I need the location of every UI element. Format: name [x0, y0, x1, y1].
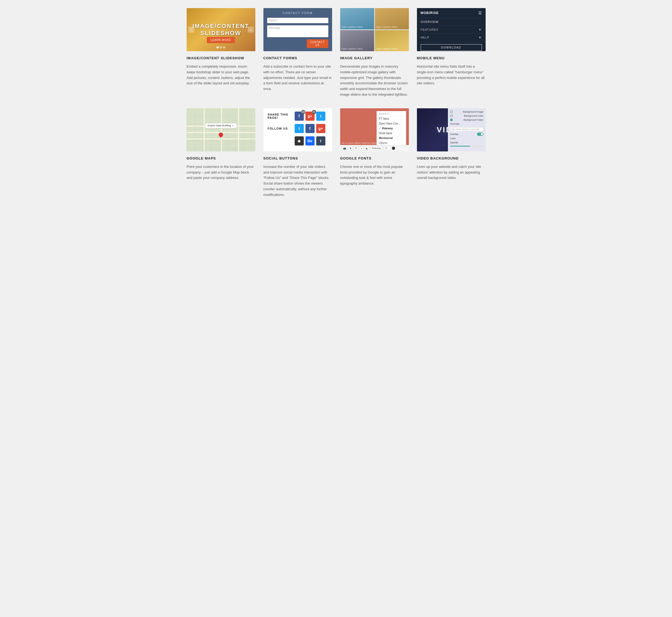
follow-tumblr-btn[interactable]: t — [316, 136, 325, 146]
fonts-toolbar-icon5[interactable]: ◣ — [365, 146, 369, 150]
gallery-cell-3[interactable]: Type caption here — [340, 30, 374, 51]
vp-color-row: Color — [450, 137, 483, 140]
fonts-toolbar-icon4[interactable]: ≡ — [360, 146, 364, 150]
tumblr-icon: t — [320, 139, 321, 143]
map-pin[interactable] — [219, 133, 223, 138]
feature-desc-contact: Add a subscribe or contact form to your … — [263, 64, 332, 92]
share-row: SHARE THIS PAGE! f 192 g+ 47 t — [268, 112, 328, 121]
feature-title-maps: GOOGLE MAPS — [187, 156, 255, 160]
map-background — [187, 108, 255, 152]
fonts-preview: Source S... PT Sans Open Sans Con... Ral… — [340, 108, 409, 152]
vp-overlay-label: Overlay — [450, 133, 458, 136]
fonts-item-raleway[interactable]: Raleway — [377, 126, 406, 131]
vp-label-bg-video: Background Video — [464, 119, 483, 121]
contact-message-input[interactable]: Message — [267, 25, 328, 37]
fonts-preview-text: ite in a few clicks! Mobirise helps you … — [342, 142, 409, 145]
follow-icons-row2: ◆ Be t — [295, 136, 325, 146]
fonts-selected-display[interactable]: Raleway — [370, 146, 383, 150]
share-facebook-btn[interactable]: f 192 — [295, 112, 304, 121]
fonts-toolbar-icon1[interactable]: 📷 — [342, 146, 348, 150]
contact-name-input[interactable]: Name* — [267, 18, 328, 23]
feature-title-video: VIDEO BACKGROUND — [417, 156, 486, 160]
fonts-item-pt[interactable]: PT Sans — [377, 117, 406, 121]
fonts-toolbar-icon2[interactable]: ■ — [349, 146, 353, 150]
follow-gplus-icon: g+ — [318, 126, 323, 131]
slider-preview: IMAGE/CONTENT SLIDESHOW LEARN MORE ‹ › — [187, 8, 255, 51]
vp-url-input[interactable]: http://www.youtube.com/watd — [450, 127, 483, 131]
gallery-cell-2[interactable]: Type caption here — [375, 8, 409, 29]
fonts-item-montserrat[interactable]: Montserrat — [377, 136, 406, 141]
mm-download-btn[interactable]: DOWNLOAD — [421, 44, 482, 51]
feature-desc-gallery: Demonstrate your images in masonry mobil… — [340, 64, 409, 97]
feature-desc-social: Increase the number of your site visitor… — [263, 164, 332, 198]
map-road-v2 — [221, 108, 222, 152]
fb-count-badge: 192 — [301, 110, 305, 114]
feature-title-gallery: IMAGE GALLERY — [340, 56, 409, 60]
follow-twitter-btn[interactable]: t — [295, 124, 304, 133]
map-tooltip: Empire State Building ✕ — [205, 123, 237, 128]
feature-title-slider: IMAGE/CONTENT SLIDESHOW — [187, 56, 255, 60]
facebook-icon: f — [298, 114, 300, 118]
feature-card-social-buttons: SHARE THIS PAGE! f 192 g+ 47 t — [263, 108, 332, 198]
vp-opacity-label: Opacity — [450, 141, 458, 144]
mm-item-help[interactable]: HELP ▼ — [421, 34, 482, 41]
follow-icons-row1: t f g+ — [295, 124, 325, 133]
vp-radio-bg-video[interactable] — [450, 119, 453, 121]
fonts-size-display[interactable]: 17... — [384, 146, 391, 150]
gallery-preview: Type caption here Type caption here Type… — [340, 8, 409, 51]
behance-icon: Be — [307, 139, 312, 143]
fonts-dropdown[interactable]: Source S... PT Sans Open Sans Con... Ral… — [377, 111, 406, 151]
gallery-cell-1[interactable]: Type caption here — [340, 8, 374, 29]
video-settings-panel: Background Image Background Color Backgr… — [448, 108, 486, 152]
follow-behance-btn[interactable]: Be — [305, 136, 314, 146]
feature-card-video-bg: VIDEO Background Image Background Color … — [417, 108, 486, 198]
slide-learn-more-btn[interactable]: LEARN MORE — [207, 37, 235, 43]
slider-dot-1[interactable] — [217, 46, 219, 48]
mm-item-features[interactable]: FEATURES ▼ — [421, 26, 482, 34]
fonts-toolbar-icon3[interactable]: ☰ — [354, 146, 359, 150]
hamburger-icon[interactable]: ☰ — [478, 11, 482, 15]
slider-next-btn[interactable]: › — [248, 27, 254, 33]
map-pin-head — [218, 132, 224, 138]
mm-brand: MOBIRISE — [421, 11, 439, 15]
feature-row-1: IMAGE/CONTENT SLIDESHOW LEARN MORE ‹ › I… — [187, 8, 486, 97]
follow-gplus-btn[interactable]: g+ — [316, 124, 325, 133]
map-tooltip-close[interactable]: ✕ — [232, 124, 234, 127]
gallery-cell-4[interactable]: Type caption here — [375, 30, 409, 51]
slider-dot-3[interactable] — [223, 46, 225, 48]
mobile-menu-preview: MOBIRISE ☰ OVERVIEW FEATURES ▼ HELP ▼ DO… — [417, 8, 486, 51]
share-googleplus-btn[interactable]: g+ 47 — [305, 112, 314, 121]
map-tooltip-text: Empire State Building — [208, 124, 231, 127]
contact-submit-btn[interactable]: CONTACT US — [307, 39, 328, 48]
vp-bg-color-row: Background Color — [450, 115, 483, 117]
feature-card-image-slider: IMAGE/CONTENT SLIDESHOW LEARN MORE ‹ › I… — [187, 8, 255, 97]
follow-facebook-btn[interactable]: f — [305, 124, 314, 133]
share-twitter-btn[interactable]: t — [316, 112, 325, 121]
vp-color-label: Color — [450, 137, 456, 140]
feature-card-google-fonts: Source S... PT Sans Open Sans Con... Ral… — [340, 108, 409, 198]
vp-overlay-row: Overlay — [450, 133, 483, 136]
vp-opacity-slider[interactable] — [450, 146, 483, 147]
mm-item-overview[interactable]: OVERVIEW — [421, 18, 482, 26]
fonts-item-droid[interactable]: Droid Sans — [377, 131, 406, 136]
contact-preview: CONTACT FORM Name* Message CONTACT US — [263, 8, 332, 51]
feature-desc-fonts: Choose one or more of the most popular f… — [340, 164, 409, 186]
mm-header: MOBIRISE ☰ — [421, 11, 482, 18]
fonts-color-dot[interactable] — [392, 147, 395, 150]
slide-title: IMAGE/CONTENT SLIDESHOW — [187, 23, 255, 37]
follow-twitter-icon: t — [298, 126, 300, 131]
social-preview: SHARE THIS PAGE! f 192 g+ 47 t — [263, 108, 332, 152]
slider-dot-2[interactable] — [220, 46, 222, 48]
vp-overlay-toggle[interactable] — [477, 133, 483, 136]
follow-github-btn[interactable]: ◆ — [295, 136, 304, 146]
fonts-item-opensans[interactable]: Open Sans Con... — [377, 121, 406, 126]
follow-row-2: ◆ Be t — [268, 136, 328, 146]
share-label: SHARE THIS PAGE! — [268, 113, 292, 119]
vp-radio-bg-image[interactable] — [450, 111, 453, 113]
vp-radio-bg-color[interactable] — [450, 115, 453, 117]
feature-desc-slider: Embed a completely responsive, touch-swi… — [187, 64, 255, 86]
map-road-v1 — [204, 108, 205, 152]
feature-desc-menu: Horizontal site menu folds itself into a… — [417, 64, 486, 86]
slider-prev-btn[interactable]: ‹ — [188, 27, 194, 33]
feature-card-google-maps: Empire State Building ✕ GOOGLE MAPS Poin… — [187, 108, 255, 198]
